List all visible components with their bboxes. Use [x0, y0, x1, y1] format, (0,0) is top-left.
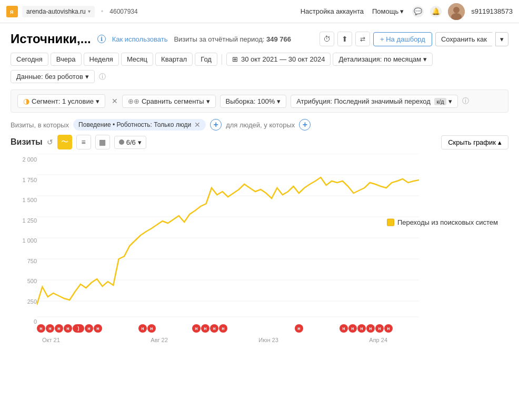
attribution-button[interactable]: Атрибуция: Последний значимый переход к/… — [291, 95, 458, 108]
hide-chart-text: Скрыть график — [448, 138, 496, 146]
save-as-button[interactable]: Сохранить как — [435, 32, 492, 46]
attr-suffix: к/д — [434, 98, 446, 105]
annotation-badge[interactable]: н — [384, 324, 393, 333]
legend-label: Переходы из поисковых систем — [397, 218, 498, 226]
detail-text: Детализация: по месяцам — [338, 55, 421, 63]
annotation-badge[interactable]: н — [201, 324, 209, 333]
annotation-badge[interactable]: н — [366, 324, 375, 333]
period-quarter-button[interactable]: Квартал — [155, 53, 193, 66]
toolbar-divider — [222, 54, 222, 65]
chart-line — [37, 177, 419, 305]
visits-filter-row: Визиты, в которых Поведение • Роботность… — [11, 119, 508, 131]
annotation-badge[interactable]: н — [210, 324, 218, 333]
period-month-button[interactable]: Месяц — [121, 53, 153, 66]
period-today-button[interactable]: Сегодня — [11, 53, 48, 66]
annotation-badge[interactable]: н — [37, 324, 45, 333]
annotation-badge[interactable]: н — [85, 324, 93, 333]
compare-segments-text: Сравнить сегменты — [142, 97, 204, 105]
how-to-use-link[interactable]: Как использовать — [112, 35, 168, 43]
bell-icon[interactable]: 🔔 — [430, 6, 442, 17]
svg-point-3 — [453, 7, 460, 13]
x-label-aug22: Авг 22 — [151, 337, 167, 343]
bar-chart-button[interactable]: ▦ — [95, 135, 110, 149]
detail-chevron-icon: ▾ — [423, 55, 427, 63]
y-axis-labels: 2 000 1 750 1 500 1 250 1 000 750 500 25… — [11, 154, 37, 327]
info-icon[interactable]: ℹ — [97, 35, 106, 43]
period-week-button[interactable]: Неделя — [84, 53, 119, 66]
annotation-badge[interactable]: н — [357, 324, 366, 333]
sample-chevron-icon: ▾ — [277, 97, 281, 105]
data-info-icon[interactable]: ⓘ — [99, 72, 106, 82]
segment-close-button[interactable]: ✕ — [112, 97, 118, 105]
date-range-text: 30 окт 2021 — 30 окт 2024 — [241, 55, 325, 63]
add-people-filter-button[interactable]: + — [299, 119, 311, 131]
segment-button[interactable]: ◑ Сегмент: 1 условие ▾ — [17, 94, 105, 108]
hide-chart-chevron-icon: ▴ — [498, 138, 502, 146]
chart-legend: Переходы из поисковых систем — [387, 218, 498, 226]
annotation-badge[interactable]: н — [147, 324, 156, 333]
annotation-badge[interactable]: н — [192, 324, 201, 333]
annotation-badge[interactable]: н — [94, 324, 102, 333]
period-year-button[interactable]: Год — [195, 53, 217, 66]
annotation-badge[interactable]: н — [64, 324, 72, 333]
date-toolbar: Сегодня Вчера Неделя Месяц Квартал Год ⊞… — [11, 53, 508, 66]
filter-tag-close-button[interactable]: ✕ — [194, 121, 201, 129]
user-avatar[interactable] — [448, 3, 465, 20]
add-filter-button[interactable]: + — [210, 119, 222, 131]
annotation-badge[interactable]: н — [295, 324, 303, 333]
message-icon[interactable]: 💬 — [412, 6, 424, 17]
data-filter-button[interactable]: Данные: без роботов ▾ — [11, 70, 95, 83]
hide-chart-button[interactable]: Скрыть график ▴ — [441, 135, 508, 149]
annotation-badge[interactable]: н — [375, 324, 384, 333]
attr-text: Атрибуция: Последний значимый переход к/… — [296, 97, 446, 105]
sample-button[interactable]: Выборка: 100% ▾ — [220, 95, 287, 108]
annotation-badge[interactable]: н — [340, 324, 348, 333]
page-header: Источники,... ℹ Как использовать Визиты … — [11, 32, 508, 46]
line-chart-button[interactable]: 〜 — [57, 135, 72, 149]
export-button[interactable]: ⬆ — [337, 32, 352, 46]
clock-button[interactable]: ⏱ — [320, 32, 334, 46]
for-people-label: для людей, у которых — [226, 121, 295, 129]
nav-settings[interactable]: Настройка аккаунта — [301, 7, 364, 15]
chart-section: Визиты ↺ 〜 ≡ ▦ 6/6 ▾ Скрыть график ▴ 2 0… — [11, 135, 508, 343]
detail-button[interactable]: Детализация: по месяцам ▾ — [333, 53, 433, 66]
data-filter-chevron-icon: ▾ — [85, 73, 89, 81]
refresh-icon[interactable]: ↺ — [47, 138, 53, 146]
save-as-dropdown-button[interactable]: ▾ — [495, 32, 508, 46]
series-count-text: 6/6 — [126, 138, 136, 146]
annotation-badge[interactable]: н — [138, 324, 147, 333]
site-dropdown-arrow: ▾ — [88, 8, 91, 14]
compare-icon: ⊕⊕ — [128, 97, 139, 105]
data-filter-row: Данные: без роботов ▾ ⓘ — [11, 70, 508, 83]
annotation-badge[interactable]: ) — [73, 324, 84, 333]
annotation-badge[interactable]: н — [348, 324, 357, 333]
nav-help[interactable]: Помощь ▾ — [372, 7, 404, 15]
site-selector[interactable]: arenda-autovishka.ru ▾ — [22, 6, 95, 17]
date-range-button[interactable]: ⊞ 30 окт 2021 — 30 окт 2024 — [226, 53, 331, 66]
segment-pie-icon: ◑ — [23, 97, 29, 105]
period-yesterday-button[interactable]: Вчера — [51, 53, 82, 66]
visits-filter-label: Визиты, в которых — [11, 121, 69, 129]
annotation-group-1: н н н н ) н н — [37, 324, 102, 333]
site-name: arenda-autovishka.ru — [26, 8, 86, 15]
add-to-dashboard-button[interactable]: + На дашборд — [373, 32, 432, 46]
series-selector-button[interactable]: 6/6 ▾ — [114, 136, 146, 149]
username: s9119138573 — [471, 7, 513, 15]
area-chart-button[interactable]: ≡ — [76, 135, 91, 149]
main-content: Источники,... ℹ Как использовать Визиты … — [0, 23, 519, 352]
compare-segments-button[interactable]: ⊕⊕ Сравнить сегменты ▾ — [122, 95, 216, 108]
annotation-badge[interactable]: н — [55, 324, 63, 333]
annotation-badge[interactable]: н — [219, 324, 227, 333]
annotation-markers: н н н н ) н н н н н н — [37, 324, 393, 333]
series-indicator — [119, 139, 124, 145]
behavior-filter-tag[interactable]: Поведение • Роботность: Только люди ✕ — [73, 119, 206, 131]
help-chevron-icon: ▾ — [400, 7, 404, 15]
grid-icon: ⊞ — [232, 55, 238, 63]
topbar-nav: Настройка аккаунта Помощь ▾ — [301, 7, 404, 15]
compare-button[interactable]: ⇄ — [355, 32, 370, 46]
topbar-icons: 💬 🔔 s9119138573 — [412, 3, 513, 20]
attr-chevron-icon: ▾ — [448, 97, 452, 105]
x-label-jun23: Июн 23 — [258, 337, 278, 343]
annotation-badge[interactable]: н — [46, 324, 54, 333]
attr-info-icon[interactable]: ⓘ — [462, 96, 469, 106]
